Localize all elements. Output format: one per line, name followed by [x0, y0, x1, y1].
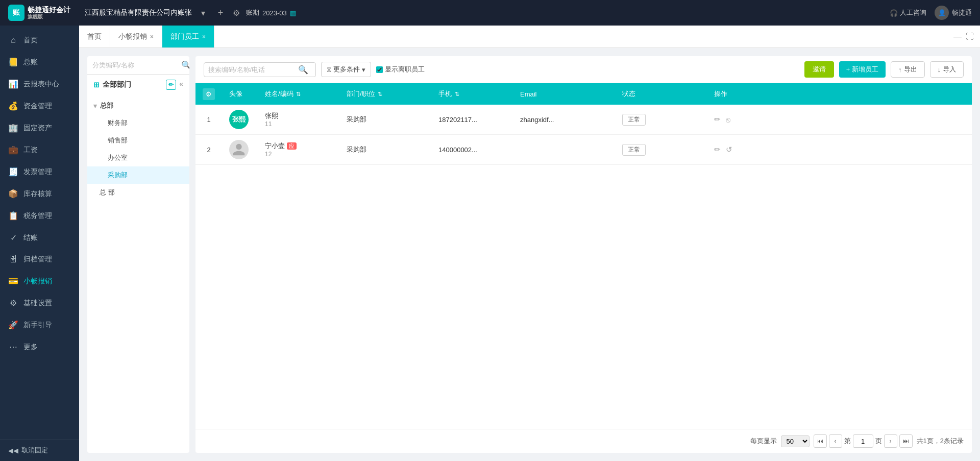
- last-page-button[interactable]: ⏭: [899, 434, 913, 448]
- sidebar-label-archive: 归档管理: [23, 255, 52, 264]
- sort-dept-icon: ⇅: [378, 91, 382, 97]
- tab-expense-label: 小畅报销: [118, 32, 147, 41]
- avatar: 张熙: [229, 110, 249, 129]
- app-logo: 账 畅捷通好会计 旗舰版: [8, 5, 75, 21]
- emp-toolbar: 🔍 ⧖ 更多条件 ▾ 显示离职员工 邀请 + 新增员工: [195, 56, 972, 83]
- service-button[interactable]: 🎧 人工咨询: [890, 8, 926, 17]
- tab-home-label: 首页: [87, 32, 102, 41]
- emp-search-input[interactable]: [208, 66, 295, 74]
- sidebar-item-general[interactable]: 📒 总账: [0, 51, 79, 73]
- dept-tree-item-sales[interactable]: 销售部: [87, 132, 189, 149]
- dept-tree-item-hq[interactable]: 总 部: [87, 184, 189, 201]
- company-dropdown[interactable]: ▾: [198, 8, 208, 18]
- sidebar-item-invoice[interactable]: 🧾 发票管理: [0, 161, 79, 183]
- sidebar-item-inventory[interactable]: 📦 库存核算: [0, 183, 79, 205]
- tab-employees[interactable]: 部门员工 ×: [162, 26, 214, 47]
- next-page-button[interactable]: ›: [884, 434, 897, 448]
- sidebar-item-more[interactable]: ⋯ 更多: [0, 336, 79, 358]
- sidebar-label-assets: 固定资产: [23, 124, 52, 133]
- sidebar-item-assets[interactable]: 🏢 固定资产: [0, 117, 79, 139]
- invite-button[interactable]: 邀请: [804, 61, 834, 78]
- col-phone[interactable]: 手机 ⇅: [431, 83, 513, 105]
- sidebar-item-reports[interactable]: 📊 云报表中心: [0, 73, 79, 95]
- sidebar-label-general: 总账: [23, 58, 38, 67]
- all-dept-header[interactable]: ⊞ 全部部门 ✏ «: [87, 75, 189, 95]
- avatar: [229, 140, 249, 159]
- tab-expense-close[interactable]: ×: [150, 33, 154, 40]
- row-index: 2: [195, 135, 222, 165]
- sort-name-icon: ⇅: [296, 91, 301, 97]
- edit-employee-icon[interactable]: ✏: [714, 115, 721, 124]
- sidebar-item-funds[interactable]: 💰 资金管理: [0, 95, 79, 117]
- edit-employee-icon[interactable]: ✏: [714, 145, 721, 154]
- sidebar-item-settings[interactable]: ⚙ 基础设置: [0, 292, 79, 314]
- emp-search-icon[interactable]: 🔍: [298, 65, 308, 75]
- sidebar-item-home[interactable]: ⌂ 首页: [0, 30, 79, 51]
- dept-edit-icon[interactable]: ✏: [166, 80, 176, 90]
- row-name: 宁小壹应12: [258, 135, 339, 165]
- show-resigned-checkbox[interactable]: [376, 66, 383, 73]
- add-company-icon[interactable]: +: [214, 7, 227, 19]
- sidebar-item-tax[interactable]: 📋 税务管理: [0, 205, 79, 227]
- delete-employee-icon[interactable]: ↺: [726, 145, 732, 154]
- company-name: 江西服宝精品有限责任公司内账张: [85, 8, 192, 17]
- dept-tree-item-purchase[interactable]: 采购部: [87, 166, 189, 184]
- page-number-input[interactable]: [853, 434, 873, 448]
- tab-employees-close[interactable]: ×: [202, 33, 206, 40]
- col-settings[interactable]: ⚙: [195, 83, 222, 105]
- tab-employees-label: 部门员工: [170, 32, 199, 41]
- sidebar-label-tax: 税务管理: [23, 211, 52, 221]
- sidebar-item-archive[interactable]: 🗄 归档管理: [0, 249, 79, 270]
- page-size-dropdown[interactable]: 10 20 50 100: [781, 435, 810, 447]
- content-area: 首页 小畅报销 × 部门员工 × — ⛶ 🔍: [79, 26, 980, 461]
- tax-icon: 📋: [8, 211, 18, 221]
- pagination-bar: 每页显示 10 20 50 100 ⏮ ‹ 第: [195, 429, 972, 453]
- page-size-select[interactable]: 10 20 50 100: [781, 435, 810, 447]
- filter-button[interactable]: ⧖ 更多条件 ▾: [321, 62, 371, 77]
- expand-icon: ▾: [93, 102, 97, 110]
- sidebar-item-close[interactable]: ✓ 结账: [0, 227, 79, 249]
- expense-icon: 💳: [8, 276, 18, 286]
- first-page-button[interactable]: ⏮: [814, 434, 827, 448]
- export-button[interactable]: ↑ 导出: [891, 61, 925, 78]
- col-name-code[interactable]: 姓名/编码 ⇅: [258, 83, 339, 105]
- row-avatar: 张熙: [222, 105, 258, 135]
- import-button[interactable]: ↓ 导入: [930, 61, 964, 78]
- dept-search-bar: 🔍: [87, 56, 189, 75]
- inventory-icon: 📦: [8, 189, 18, 199]
- sidebar-label-more: 更多: [23, 343, 38, 352]
- filter-icon: ⧖: [327, 65, 331, 74]
- tab-home[interactable]: 首页: [79, 26, 110, 47]
- settings-icon[interactable]: ⚙: [233, 8, 240, 18]
- sidebar-item-expense[interactable]: 💳 小畅报销: [0, 270, 79, 292]
- row-phone: 187202117...: [431, 105, 513, 135]
- sidebar-item-salary[interactable]: 💼 工资: [0, 139, 79, 161]
- sidebar-item-guide[interactable]: 🚀 新手引导: [0, 314, 79, 336]
- logout-employee-icon[interactable]: ⎋: [726, 115, 730, 124]
- row-actions: ✏⎋: [707, 105, 972, 135]
- app-sub: 旗舰版: [28, 14, 70, 20]
- sidebar-label-expense: 小畅报销: [23, 277, 52, 286]
- col-email: Email: [513, 83, 615, 105]
- page-label-before: 第: [844, 436, 851, 446]
- prev-page-button[interactable]: ‹: [829, 434, 842, 448]
- dept-search-input[interactable]: [92, 61, 178, 69]
- dept-search-icon[interactable]: 🔍: [181, 60, 189, 70]
- tab-minimize-icon[interactable]: —: [953, 32, 962, 41]
- add-employee-button[interactable]: + 新增员工: [839, 61, 886, 78]
- dept-tree-item-finance[interactable]: 财务部: [87, 114, 189, 132]
- col-dept-role[interactable]: 部门/职位 ⇅: [339, 83, 431, 105]
- cancel-fixed-button[interactable]: ◀◀ 取消固定: [0, 439, 79, 461]
- col-settings-icon[interactable]: ⚙: [203, 88, 215, 100]
- tab-maximize-icon[interactable]: ⛶: [966, 32, 974, 41]
- unpin-icon: ◀◀: [8, 447, 18, 454]
- dept-tree-item-office[interactable]: 办公室: [87, 149, 189, 166]
- per-page-label: 每页显示: [750, 436, 777, 446]
- sidebar-label-salary: 工资: [23, 145, 38, 155]
- tab-expense[interactable]: 小畅报销 ×: [110, 26, 162, 47]
- sidebar-label-funds: 资金管理: [23, 102, 52, 111]
- dept-collapse-icon[interactable]: «: [179, 80, 183, 90]
- show-resigned-toggle[interactable]: 显示离职员工: [376, 65, 425, 74]
- row-status: 正常: [615, 105, 707, 135]
- user-menu[interactable]: 👤 畅捷通: [935, 6, 972, 20]
